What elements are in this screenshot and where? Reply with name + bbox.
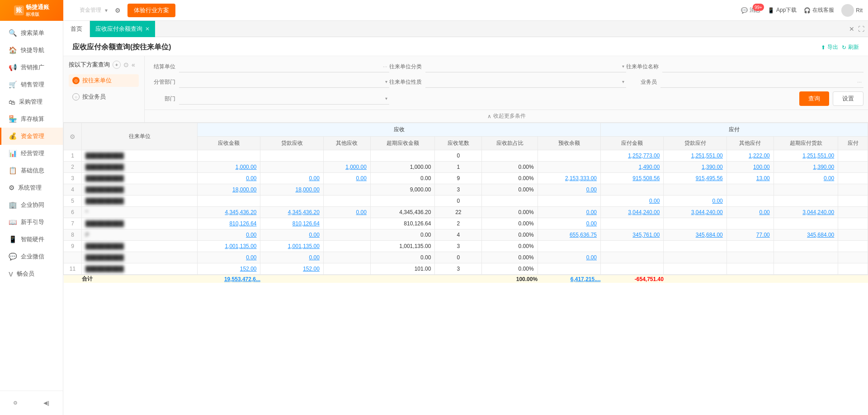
row-ar-loan[interactable]: 18,000.00 <box>260 184 323 196</box>
sidebar-item-corp-wechat[interactable]: 💬 企业微信 <box>0 248 63 265</box>
online-service-btn[interactable]: 🎧 在线客服 <box>804 6 834 14</box>
row-ar-loan[interactable]: 4,345,436.20 <box>260 207 323 218</box>
promo-button[interactable]: 体验行业方案 <box>127 4 175 17</box>
row-ar-loan[interactable] <box>260 150 323 162</box>
row-ar-amount[interactable]: 1,000.00 <box>198 162 260 173</box>
sidebar-item-guide[interactable]: 📖 新手引导 <box>0 214 63 231</box>
footer-ar-amount[interactable]: 19,553,472,6... <box>198 275 260 283</box>
row-ar-loan[interactable] <box>260 162 323 173</box>
department-select[interactable]: ▾ <box>179 93 389 105</box>
tab-ar-ap[interactable]: 应收应付余额查询 ✕ <box>90 21 155 37</box>
tab-home[interactable]: 首页 <box>63 21 90 37</box>
row-ap-other[interactable] <box>726 218 774 229</box>
table-settings-icon[interactable]: ⚙ <box>70 133 75 140</box>
row-ap-amount[interactable]: 1,490.00 <box>601 162 664 173</box>
row-ar-other[interactable]: 0.00 <box>323 207 370 218</box>
row-ar-other[interactable]: 1,000.00 <box>323 162 370 173</box>
row-ap-amount[interactable]: 1,252,773.00 <box>601 150 664 162</box>
sidebar-item-marketing[interactable]: 📢 营销推广 <box>0 59 63 76</box>
row-ar-prepaid[interactable] <box>538 196 600 207</box>
row-ap-other[interactable] <box>726 263 774 275</box>
row-ap-amount[interactable] <box>601 252 664 263</box>
row-ar-other[interactable] <box>323 252 370 263</box>
scheme-collapse-btn[interactable]: « <box>132 61 135 68</box>
row-ap-overdue[interactable]: 0.00 <box>774 173 838 184</box>
row-ar-amount[interactable]: 0.00 <box>198 229 260 241</box>
settlement-input[interactable]: ··· <box>179 61 389 72</box>
row-ap-other[interactable]: 1,222.00 <box>726 150 774 162</box>
sidebar-item-smart-hw[interactable]: 📱 智能硬件 <box>0 231 63 248</box>
tab-close-btn[interactable]: ✕ <box>145 26 150 32</box>
row-ar-amount[interactable]: 1,001,135.00 <box>198 241 260 252</box>
row-ar-loan[interactable]: 0.00 <box>260 252 323 263</box>
row-ap-overdue[interactable] <box>774 196 838 207</box>
set-btn[interactable]: 设置 <box>833 91 863 106</box>
footer-ar-prepaid[interactable]: 6,417,215.... <box>538 275 600 283</box>
row-ar-loan[interactable]: 0.00 <box>260 229 323 241</box>
row-ar-prepaid[interactable] <box>538 263 600 275</box>
sidebar-collapse-btn[interactable]: ◀‖ <box>36 396 57 410</box>
row-ar-amount[interactable]: 810,126.64 <box>198 218 260 229</box>
row-ar-other[interactable] <box>323 150 370 162</box>
row-ar-prepaid[interactable]: 0.00 <box>538 218 600 229</box>
row-ap-loan[interactable]: 345,684.00 <box>664 229 726 241</box>
sidebar-item-system[interactable]: ⚙ 系统管理 <box>0 179 63 196</box>
row-ap-amount[interactable] <box>601 184 664 196</box>
row-ap-loan[interactable] <box>664 263 726 275</box>
row-ar-other[interactable] <box>323 196 370 207</box>
scheme-settings-btn[interactable]: ⊙ <box>123 61 129 68</box>
row-ap-overdue[interactable] <box>774 263 838 275</box>
messages-btn[interactable]: 💬 消息 99+ <box>741 6 760 14</box>
row-ar-other[interactable] <box>323 218 370 229</box>
row-ap-amount[interactable]: 915,508.56 <box>601 173 664 184</box>
sidebar-item-quick-nav[interactable]: 🏠 快捷导航 <box>0 42 63 59</box>
left-panel-by-partner[interactable]: ⊙ 按往来单位 <box>63 72 144 89</box>
row-ap-overdue[interactable] <box>774 241 838 252</box>
sidebar-item-purchase[interactable]: 🛍 采购管理 <box>0 93 63 110</box>
row-ap-amount[interactable]: 0.00 <box>601 196 664 207</box>
row-ap-overdue[interactable]: 1,251,551.00 <box>774 150 838 162</box>
row-ap-overdue[interactable] <box>774 184 838 196</box>
row-ap-overdue[interactable]: 1,390.00 <box>774 162 838 173</box>
row-ar-prepaid[interactable] <box>538 162 600 173</box>
row-ap-amount[interactable] <box>601 263 664 275</box>
row-ar-amount[interactable]: 0.00 <box>198 252 260 263</box>
row-ap-other[interactable]: 0.00 <box>726 207 774 218</box>
row-ar-loan[interactable] <box>260 196 323 207</box>
row-ar-loan[interactable]: 152.00 <box>260 263 323 275</box>
row-ar-other[interactable] <box>323 263 370 275</box>
sidebar-item-inventory[interactable]: 🏪 库存核算 <box>0 110 63 128</box>
row-ap-amount[interactable]: 345,761.00 <box>601 229 664 241</box>
add-scheme-btn[interactable]: + <box>113 61 121 69</box>
row-ar-amount[interactable]: 18,000.00 <box>198 184 260 196</box>
row-ap-loan[interactable] <box>664 184 726 196</box>
sidebar-item-basic-info[interactable]: 📋 基础信息 <box>0 162 63 179</box>
row-ap-loan[interactable] <box>664 241 726 252</box>
row-ar-loan[interactable]: 1,001,135.00 <box>260 241 323 252</box>
row-ar-loan[interactable]: 810,126.64 <box>260 218 323 229</box>
row-ap-other[interactable] <box>726 252 774 263</box>
row-ap-loan[interactable]: 3,044,240.00 <box>664 207 726 218</box>
sidebar-item-finance[interactable]: 💰 资金管理 <box>0 128 63 145</box>
sidebar-item-sales[interactable]: 🛒 销售管理 <box>0 76 63 93</box>
row-ap-loan[interactable]: 915,495.56 <box>664 173 726 184</box>
tab-maximize-btn[interactable]: ⛶ <box>858 25 864 33</box>
row-ar-prepaid[interactable]: 0.00 <box>538 252 600 263</box>
left-panel-by-staff[interactable]: ○ 按业务员 <box>63 89 144 105</box>
row-ar-loan[interactable]: 0.00 <box>260 173 323 184</box>
row-ap-other[interactable] <box>726 196 774 207</box>
row-ap-loan[interactable]: 1,251,551.00 <box>664 150 726 162</box>
refresh-btn[interactable]: ↻ 刷新 <box>842 43 859 51</box>
row-ar-prepaid[interactable]: 2,153,333.00 <box>538 173 600 184</box>
sidebar-item-vip[interactable]: V 畅会员 <box>0 265 63 282</box>
dept-manager-select[interactable]: ▾ <box>179 76 389 88</box>
row-ap-loan[interactable] <box>664 218 726 229</box>
row-ar-amount[interactable]: 152.00 <box>198 263 260 275</box>
row-ar-amount[interactable]: 4,345,436.20 <box>198 207 260 218</box>
row-ap-loan[interactable] <box>664 252 726 263</box>
collapse-conditions-btn[interactable]: ∧ 收起更多条件 <box>487 112 526 120</box>
partner-name-input[interactable] <box>662 61 863 72</box>
row-ap-amount[interactable]: 3,044,240.00 <box>601 207 664 218</box>
sidebar-settings-btn[interactable]: ⚙ <box>6 396 25 410</box>
row-ap-overdue[interactable] <box>774 218 838 229</box>
